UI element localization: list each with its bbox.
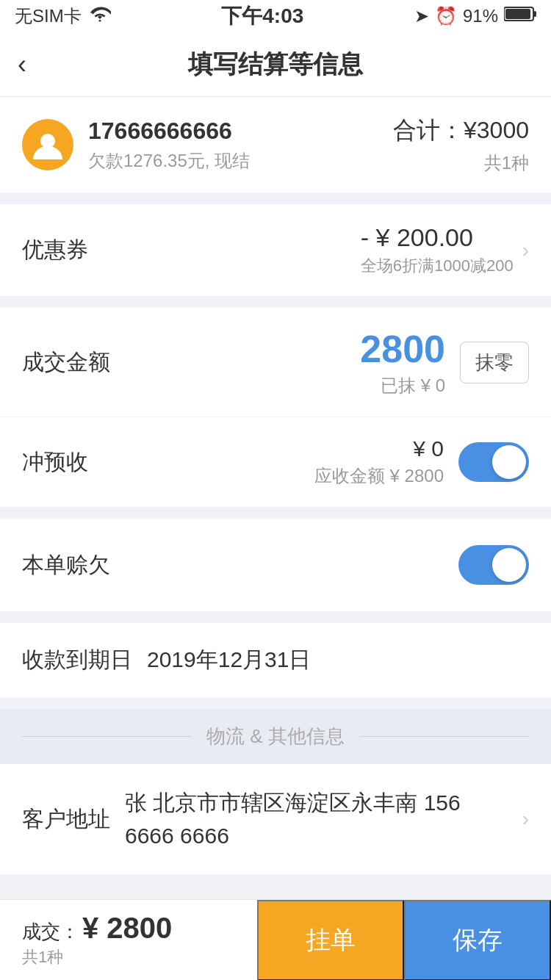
customer-info: 17666666666 欠款1276.35元, 现结 [88,118,250,173]
address-arrow-icon: › [522,807,529,831]
coupon-description: 全场6折满1000减200 [361,255,514,277]
status-bar: 无SIM卡 下午4:03 ➤ ⏰ 91% [0,0,551,32]
address-value: 张 北京市市辖区海淀区永丰南 156 6666 6666 [125,786,515,852]
prepay-right: ¥ 0 应收金额 ¥ 2800 [314,436,529,488]
hold-button[interactable]: 挂单 [257,900,404,981]
prepay-amount: ¥ 0 [314,436,444,461]
customer-left: 17666666666 欠款1276.35元, 现结 [22,118,250,173]
total-amount: 合计：¥3000 [393,115,529,147]
deal-erased: 已抹 ¥ 0 [360,374,445,397]
coupon-row[interactable]: 优惠券 - ¥ 200.00 全场6折满1000减200 › [0,204,551,296]
customer-card: 17666666666 欠款1276.35元, 现结 合计：¥3000 共1种 [0,97,551,192]
status-right: ➤ ⏰ 91% [414,6,536,26]
debt-row: 本单赊欠 [0,519,551,611]
roundoff-button[interactable]: 抹零 [460,342,529,383]
prepay-amount-block: ¥ 0 应收金额 ¥ 2800 [314,436,444,488]
deal-row: 成交金额 2800 已抹 ¥ 0 抹零 [0,308,551,417]
debt-label: 本单赊欠 [22,550,110,580]
debt-toggle-knob [492,548,526,582]
save-button[interactable]: 保存 [404,900,551,981]
location-icon: ➤ [414,6,429,26]
coupon-discount: - ¥ 200.00 [361,223,514,252]
deal-label: 成交金额 [22,347,110,378]
coupon-arrow-icon: › [522,239,529,262]
content: 17666666666 欠款1276.35元, 现结 合计：¥3000 共1种 … [0,97,551,980]
address-row[interactable]: 客户地址 张 北京市市辖区海淀区永丰南 156 6666 6666 › [0,764,551,874]
customer-phone: 17666666666 [88,118,250,145]
alarm-icon: ⏰ [435,6,457,26]
bottom-amount: ¥ 2800 [82,912,172,945]
carrier-text: 无SIM卡 [15,4,82,28]
prepay-label: 冲预收 [22,447,88,478]
deal-right: 2800 已抹 ¥ 0 抹零 [360,327,529,397]
divider-section: 物流 & 其他信息 [0,709,551,764]
svg-rect-1 [533,11,536,17]
battery-icon [504,6,536,26]
customer-right: 合计：¥3000 共1种 [393,115,529,175]
back-button[interactable]: ‹ [18,49,26,80]
status-left: 无SIM卡 [15,4,111,28]
avatar [22,119,73,170]
customer-debt: 欠款1276.35元, 现结 [88,149,250,173]
battery-text: 91% [463,6,498,26]
duedate-value: 2019年12月31日 [147,645,311,675]
page-title: 填写结算等信息 [188,48,363,82]
deal-section: 成交金额 2800 已抹 ¥ 0 抹零 冲预收 ¥ 0 应收金额 ¥ 2800 [0,308,551,507]
toggle-knob [492,445,526,479]
prepay-row: 冲预收 ¥ 0 应收金额 ¥ 2800 [0,417,551,507]
divider-text: 物流 & 其他信息 [206,724,345,749]
wifi-icon [89,6,111,26]
duedate-label: 收款到期日 [22,645,132,675]
nav-bar: ‹ 填写结算等信息 [0,32,551,97]
bottom-bar: 成交： ¥ 2800 共1种 挂单 保存 [0,899,551,980]
prepay-receivable: 应收金额 ¥ 2800 [314,464,444,488]
total-count: 共1种 [393,151,529,175]
prepay-toggle[interactable] [458,442,529,482]
bottom-deal-label: 成交： [22,919,79,945]
address-label: 客户地址 [22,804,110,835]
deal-amount: 2800 [360,327,445,371]
divider-line-left [22,736,192,737]
status-time: 下午4:03 [221,2,303,30]
bottom-count: 共1种 [22,946,235,968]
coupon-right: - ¥ 200.00 全场6折满1000减200 › [361,223,529,277]
divider-line-right [359,736,529,737]
coupon-label: 优惠券 [22,235,88,265]
svg-rect-2 [505,9,530,19]
debt-toggle[interactable] [458,545,529,585]
bottom-summary: 成交： ¥ 2800 共1种 [0,912,257,968]
duedate-row: 收款到期日 2019年12月31日 [0,623,551,697]
